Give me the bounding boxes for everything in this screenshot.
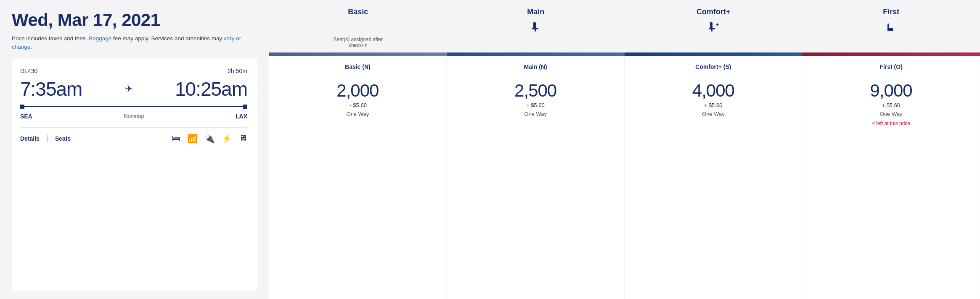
- basic-dollars: $5.60: [353, 102, 367, 108]
- comfort-color-bar: [625, 52, 803, 56]
- comfort-way: One Way: [702, 111, 725, 117]
- route-dot-left: [20, 105, 24, 109]
- first-plus-sign: +: [882, 102, 885, 108]
- first-color-bar: [803, 52, 980, 56]
- arrive-time: 10:25am: [175, 78, 247, 100]
- basic-miles: 2,000: [336, 82, 379, 100]
- first-way: One Way: [880, 111, 903, 117]
- flight-footer: Details Seats 🛏 📶 🔌 ⚡ 🖥: [20, 127, 247, 144]
- price-note-static: Price includes taxes and fees.: [12, 35, 87, 42]
- fare-col-main[interactable]: Main (N) 2,500 + $5.60 One Way: [447, 56, 624, 299]
- route-dot-right: [243, 105, 247, 109]
- fare-header-basic: Basic Seat(s) assigned after check-in: [269, 8, 447, 52]
- depart-time: 7:35am: [20, 78, 82, 100]
- route-line: [24, 106, 243, 107]
- flight-duration: 2h 50m: [228, 68, 247, 74]
- fare-col-comfort[interactable]: Comfort+ (S) 4,000 + $5.60 One Way: [625, 56, 802, 299]
- price-note-mid: fee may apply. Services and amenities ma…: [113, 35, 222, 42]
- usb-icon: ⚡: [222, 134, 232, 144]
- first-seat-icon: [885, 20, 898, 35]
- plane-icon: ✈: [82, 84, 175, 94]
- fare-header-first: First: [803, 8, 980, 52]
- comfort-dollars: $5.60: [709, 102, 723, 108]
- origin-airport: SEA: [20, 113, 32, 120]
- fare-col-basic[interactable]: Basic (N) 2,000 + $5.60 One Way: [269, 56, 446, 299]
- svg-rect-1: [887, 30, 893, 31]
- comfort-miles: 4,000: [692, 82, 734, 100]
- basic-way: One Way: [347, 111, 369, 117]
- comfort-seat-icon: +: [706, 20, 721, 35]
- basic-color-bar: [269, 52, 447, 56]
- basic-plus-dollars: + $5.60: [349, 102, 367, 108]
- basic-header-title: Basic: [348, 8, 368, 16]
- fare-header-comfort: Comfort+ +: [625, 8, 803, 52]
- main-subtitle: Main (N): [524, 63, 547, 70]
- fare-color-bars: [269, 52, 980, 56]
- fare-header-main: Main: [447, 8, 625, 52]
- first-header-title: First: [883, 8, 899, 16]
- wifi-icon: 📶: [187, 134, 198, 144]
- main-container: Wed, Mar 17, 2021 Price includes taxes a…: [0, 0, 980, 299]
- fare-col-first[interactable]: First (O) 9,000 + $5.60 One Way 4 left a…: [803, 56, 980, 299]
- bed-icon: 🛏: [172, 134, 180, 143]
- basic-subtitle: Basic (N): [345, 63, 371, 70]
- main-miles: 2,500: [514, 82, 556, 100]
- main-way: One Way: [524, 111, 547, 117]
- main-header-title: Main: [527, 8, 544, 16]
- fare-header: Basic Seat(s) assigned after check-in Ma…: [269, 0, 980, 52]
- first-dollars: $5.60: [887, 102, 901, 108]
- seat-assigned-text: Seat(s) assigned after check-in: [328, 37, 387, 48]
- entertainment-icon: 🖥: [239, 134, 247, 143]
- flight-number-duration-row: DL430 2h 50m: [20, 68, 247, 74]
- flight-times-row: 7:35am ✈ 10:25am: [20, 78, 247, 100]
- flight-links: Details Seats: [20, 135, 71, 142]
- first-plus-dollars: + $5.60: [882, 102, 900, 108]
- main-dollars: $5.60: [531, 102, 545, 108]
- amenity-icons: 🛏 📶 🔌 ⚡ 🖥: [172, 134, 247, 144]
- comfort-subtitle: Comfort+ (S): [695, 63, 731, 70]
- main-seat-icon: [529, 20, 543, 35]
- first-availability: 4 left at this price: [872, 121, 910, 126]
- seats-link[interactable]: Seats: [47, 135, 71, 142]
- first-subtitle: First (O): [879, 63, 902, 70]
- fare-columns: Basic (N) 2,000 + $5.60 One Way Main (N)…: [269, 56, 980, 299]
- main-color-bar: [447, 52, 625, 56]
- destination-airport: LAX: [236, 113, 247, 120]
- comfort-plus-sign: +: [704, 102, 707, 108]
- flight-number: DL430: [20, 68, 37, 74]
- price-note: Price includes taxes and fees. Baggage f…: [12, 34, 257, 52]
- stop-type: Nonstop: [124, 113, 144, 119]
- route-line-row: [20, 105, 247, 109]
- main-plus-sign: +: [527, 102, 530, 108]
- basic-plus-sign: +: [349, 102, 352, 108]
- flight-card: DL430 2h 50m 7:35am ✈ 10:25am SEA Nonsto…: [12, 59, 257, 291]
- first-miles: 9,000: [870, 82, 912, 100]
- page-title: Wed, Mar 17, 2021: [12, 10, 257, 30]
- baggage-link[interactable]: Baggage: [89, 35, 111, 42]
- left-panel: Wed, Mar 17, 2021 Price includes taxes a…: [0, 0, 269, 299]
- airport-labels: SEA Nonstop LAX: [20, 113, 247, 120]
- details-link[interactable]: Details: [20, 135, 40, 142]
- svg-text:+: +: [716, 22, 719, 28]
- comfort-header-title: Comfort+: [697, 8, 731, 16]
- main-plus-dollars: + $5.60: [527, 102, 545, 108]
- comfort-plus-dollars: + $5.60: [704, 102, 722, 108]
- power-icon: 🔌: [204, 134, 215, 144]
- fare-panel: Basic Seat(s) assigned after check-in Ma…: [269, 0, 980, 299]
